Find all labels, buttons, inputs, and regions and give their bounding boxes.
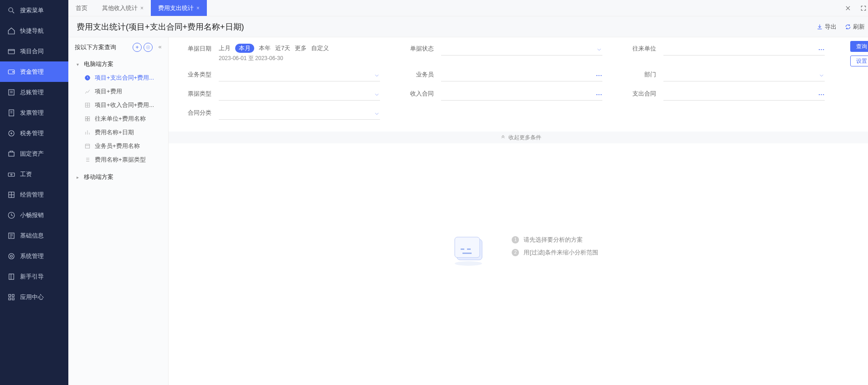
svg-rect-16 xyxy=(9,274,14,279)
sidebar: 搜索菜单 快捷导航 项目合同 资金管理 总账管理 发票管理 税务管理 固定资产 xyxy=(0,0,68,385)
tab-expense-stats[interactable]: 费用支出统计 × xyxy=(151,0,207,16)
settings-button[interactable]: 设置 xyxy=(850,56,868,66)
sidebar-item-invoice[interactable]: 发票管理 xyxy=(0,102,68,123)
export-button[interactable]: 导出 xyxy=(817,23,837,31)
tab-label: 费用支出统计 xyxy=(158,4,194,12)
svg-line-1 xyxy=(12,11,14,13)
svg-rect-30 xyxy=(88,119,90,121)
field-label: 票据类型 xyxy=(180,89,211,98)
tree-item-label: 项目+支出合同+费用... xyxy=(95,74,154,82)
sidebar-item-project[interactable]: 项目合同 xyxy=(0,41,68,61)
dept-select[interactable] xyxy=(663,70,825,81)
date-opt-custom[interactable]: 自定义 xyxy=(311,44,329,52)
close-icon[interactable]: × xyxy=(196,5,200,11)
export-label: 导出 xyxy=(825,23,837,31)
sidebar-item-apps[interactable]: 应用中心 xyxy=(0,287,68,307)
query-button[interactable]: 查询 xyxy=(850,41,868,52)
svg-rect-27 xyxy=(85,117,87,118)
grid2-icon xyxy=(84,115,91,122)
business-icon xyxy=(7,191,15,199)
fullscreen-button[interactable] xyxy=(858,3,868,13)
tab-label: 首页 xyxy=(76,4,87,12)
tree-item-label: 项目+收入合同+费用... xyxy=(95,101,154,109)
sidebar-item-search[interactable]: 搜索菜单 xyxy=(0,0,68,20)
sidebar-item-expense[interactable]: 小畅报销 xyxy=(0,205,68,225)
sidebar-label: 发票管理 xyxy=(20,109,44,117)
svg-rect-35 xyxy=(467,248,471,250)
more-icon: ··· xyxy=(818,46,825,53)
svg-rect-17 xyxy=(9,294,11,297)
date-opt-7days[interactable]: 近7天 xyxy=(275,44,290,52)
step-number-icon: 2 xyxy=(512,249,519,256)
sidebar-item-nav[interactable]: 快捷导航 xyxy=(0,20,68,41)
tree-item-5[interactable]: 业务员+费用名称 xyxy=(68,139,168,153)
svg-point-15 xyxy=(9,253,14,259)
svg-rect-9 xyxy=(8,173,15,177)
salesman-select[interactable]: ··· xyxy=(441,70,602,81)
sidebar-item-salary[interactable]: 工资 xyxy=(0,164,68,184)
field-label: 业务类型 xyxy=(180,70,211,79)
collapse-filters-button[interactable]: 收起更多条件 xyxy=(169,132,868,143)
date-opt-prev-month[interactable]: 上月 xyxy=(219,44,231,52)
date-opt-this-year[interactable]: 本年 xyxy=(259,44,271,52)
field-status: 单据状态 xyxy=(402,44,602,62)
status-select[interactable] xyxy=(441,44,602,56)
refresh-button[interactable]: 刷新 xyxy=(845,23,865,31)
tab-other-income[interactable]: 其他收入统计 × xyxy=(95,0,151,16)
tree-item-6[interactable]: 费用名称+票据类型 xyxy=(68,153,168,167)
titlebar: 费用支出统计(项目+支出合同+费用名称+日期) 导出 刷新 xyxy=(68,16,868,37)
close-icon[interactable]: × xyxy=(140,5,144,11)
date-opt-more[interactable]: 更多 xyxy=(295,44,307,52)
ticket-type-select[interactable] xyxy=(219,89,380,101)
wallet-icon xyxy=(7,68,15,76)
expense-icon xyxy=(7,211,15,219)
sidebar-item-info[interactable]: 基础信息 xyxy=(0,225,68,246)
tree-item-3[interactable]: 往来单位+费用名称 xyxy=(68,112,168,126)
tree-group-mobile[interactable]: ▸ 移动端方案 xyxy=(68,170,168,184)
tree-item-4[interactable]: 费用名称+日期 xyxy=(68,126,168,139)
svg-point-4 xyxy=(13,71,14,72)
tree-group-desktop[interactable]: ▾ 电脑端方案 xyxy=(68,57,168,71)
collapse-panel-button[interactable]: « xyxy=(156,43,164,50)
filters: 单据日期 上月 本月 本年 近7天 更多 自定义 xyxy=(169,37,836,132)
date-opt-this-month[interactable]: 本月 xyxy=(235,44,254,53)
date-range-text: 2023-06-01 至 2023-06-30 xyxy=(219,55,380,62)
tree-item-2[interactable]: 项目+收入合同+费用... xyxy=(68,98,168,112)
search-icon xyxy=(7,6,15,15)
collapse-label: 收起更多条件 xyxy=(508,134,541,142)
tree-item-0[interactable]: 项目+支出合同+费用... xyxy=(68,71,168,85)
partner-select[interactable]: ··· xyxy=(663,44,825,56)
contract-class-select[interactable] xyxy=(219,108,380,120)
sidebar-item-system[interactable]: 系统管理 xyxy=(0,246,68,266)
add-scheme-button[interactable]: + xyxy=(133,43,142,52)
sidebar-item-tax[interactable]: 税务管理 xyxy=(0,123,68,143)
sidebar-item-guide[interactable]: 新手引导 xyxy=(0,266,68,287)
sidebar-label: 系统管理 xyxy=(20,252,44,260)
biz-type-select[interactable] xyxy=(219,70,380,81)
tree-group-label: 电脑端方案 xyxy=(84,60,113,68)
field-label: 收入合同 xyxy=(402,89,434,98)
close-all-button[interactable] xyxy=(843,3,853,13)
tax-icon xyxy=(7,129,15,137)
tree-item-1[interactable]: 项目+费用 xyxy=(68,85,168,98)
field-label: 部门 xyxy=(624,70,656,79)
sidebar-label: 项目合同 xyxy=(20,47,44,56)
expense-contract-select[interactable]: ··· xyxy=(663,89,825,101)
tab-home[interactable]: 首页 xyxy=(68,0,95,16)
field-label: 单据日期 xyxy=(180,44,211,53)
svg-rect-20 xyxy=(12,298,15,300)
sidebar-item-business[interactable]: 经营管理 xyxy=(0,184,68,205)
empty-step-2: 2 用[过滤]条件来缩小分析范围 xyxy=(512,248,598,257)
tree-item-label: 费用名称+日期 xyxy=(95,128,134,137)
income-contract-select[interactable]: ··· xyxy=(441,89,602,101)
home-icon xyxy=(7,27,15,35)
bar-icon xyxy=(84,129,91,136)
svg-rect-8 xyxy=(9,152,14,156)
system-icon xyxy=(7,252,15,260)
info-icon xyxy=(7,232,15,240)
sidebar-item-ledger[interactable]: 总账管理 xyxy=(0,82,68,102)
sidebar-label: 总账管理 xyxy=(20,88,44,96)
sidebar-item-fund[interactable]: 资金管理 xyxy=(0,61,68,82)
sidebar-item-asset[interactable]: 固定资产 xyxy=(0,143,68,164)
scheme-settings-button[interactable] xyxy=(144,43,153,52)
